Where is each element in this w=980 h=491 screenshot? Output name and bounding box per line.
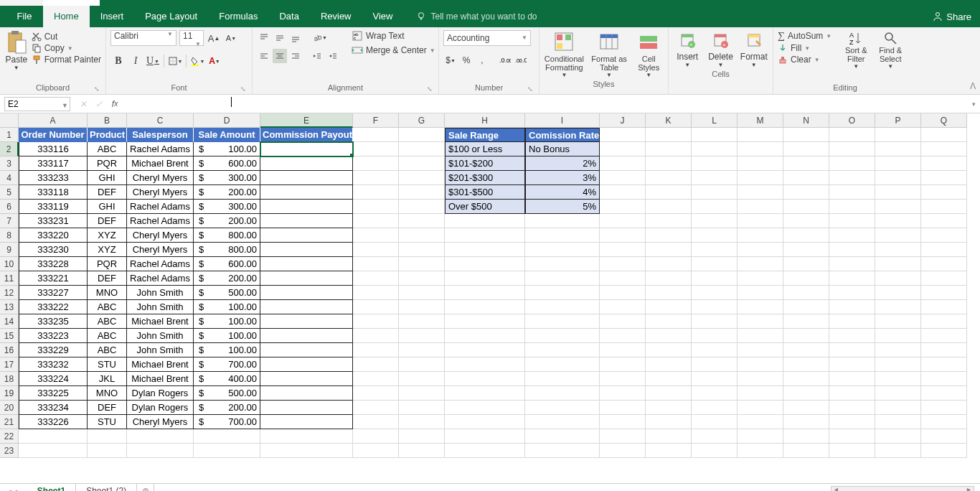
cell[interactable]: $800.00 xyxy=(194,228,260,243)
cell[interactable]: 3% xyxy=(525,171,600,185)
cell[interactable]: 333226 xyxy=(19,415,88,429)
cell[interactable] xyxy=(260,314,353,329)
cell[interactable] xyxy=(646,314,692,329)
align-center-button[interactable] xyxy=(273,49,287,63)
align-top-button[interactable] xyxy=(257,30,271,45)
cell[interactable] xyxy=(783,415,829,429)
cell[interactable] xyxy=(692,372,738,386)
cell[interactable]: Rachel Adams xyxy=(127,257,194,271)
cell[interactable]: $201-$300 xyxy=(445,171,525,185)
cell[interactable] xyxy=(445,214,525,228)
cell[interactable] xyxy=(921,243,967,257)
col-header-L[interactable]: L xyxy=(692,113,738,128)
cell[interactable]: $600.00 xyxy=(194,156,260,171)
cell[interactable] xyxy=(445,444,525,458)
cell[interactable]: STU xyxy=(88,357,127,372)
cell[interactable] xyxy=(646,286,692,300)
cell[interactable] xyxy=(525,343,600,357)
tell-me[interactable]: Tell me what you want to do xyxy=(416,11,537,22)
cell[interactable] xyxy=(445,228,525,243)
cell[interactable] xyxy=(692,444,738,458)
cell[interactable] xyxy=(260,257,353,271)
cell[interactable] xyxy=(353,386,399,401)
cell[interactable] xyxy=(875,271,921,286)
cell[interactable] xyxy=(399,257,445,271)
cell[interactable] xyxy=(692,300,738,314)
cell[interactable] xyxy=(260,156,353,171)
cell[interactable] xyxy=(829,257,875,271)
cancel-button[interactable]: ✕ xyxy=(77,98,89,110)
cell[interactable] xyxy=(921,156,967,171)
cell[interactable] xyxy=(399,386,445,401)
cell[interactable] xyxy=(692,228,738,243)
cell[interactable] xyxy=(260,415,353,429)
cell[interactable] xyxy=(353,444,399,458)
cell[interactable] xyxy=(921,372,967,386)
row-header-5[interactable]: 5 xyxy=(0,185,19,200)
cell[interactable]: Sale Range xyxy=(445,128,525,142)
align-middle-button[interactable] xyxy=(273,30,287,45)
cell[interactable] xyxy=(875,286,921,300)
cell[interactable] xyxy=(19,429,88,444)
cell[interactable] xyxy=(19,444,88,458)
cell[interactable]: 333118 xyxy=(19,185,88,200)
cell[interactable] xyxy=(525,314,600,329)
name-box[interactable]: E2▼ xyxy=(4,97,70,111)
cell[interactable] xyxy=(353,329,399,343)
cell[interactable] xyxy=(783,128,829,142)
cell[interactable] xyxy=(875,372,921,386)
cell[interactable] xyxy=(445,372,525,386)
cell[interactable] xyxy=(646,372,692,386)
cell[interactable] xyxy=(738,329,783,343)
cell[interactable] xyxy=(600,200,646,214)
cell[interactable]: 2% xyxy=(525,156,600,171)
cell[interactable] xyxy=(875,300,921,314)
indent-dec-button[interactable] xyxy=(310,49,324,63)
cell[interactable] xyxy=(600,444,646,458)
cell[interactable] xyxy=(399,228,445,243)
cell[interactable]: JKL xyxy=(88,372,127,386)
font-name-select[interactable]: Calibri▼ xyxy=(110,30,176,46)
cell[interactable]: 333221 xyxy=(19,271,88,286)
cell[interactable] xyxy=(783,214,829,228)
cell[interactable]: ABC xyxy=(88,314,127,329)
cell[interactable] xyxy=(399,185,445,200)
cell[interactable]: Order Number xyxy=(19,128,88,142)
row-header-4[interactable]: 4 xyxy=(0,171,19,185)
cell[interactable] xyxy=(445,415,525,429)
cell[interactable] xyxy=(875,343,921,357)
cell[interactable] xyxy=(646,200,692,214)
bold-button[interactable]: B xyxy=(110,53,126,69)
row-header-16[interactable]: 16 xyxy=(0,343,19,357)
row-header-22[interactable]: 22 xyxy=(0,429,19,444)
cell[interactable] xyxy=(738,372,783,386)
cell[interactable] xyxy=(738,314,783,329)
cell[interactable] xyxy=(738,228,783,243)
accounting-button[interactable]: $▼ xyxy=(443,53,458,67)
cell[interactable] xyxy=(783,286,829,300)
cell[interactable]: Michael Brent xyxy=(127,314,194,329)
cell[interactable]: 333220 xyxy=(19,228,88,243)
cell[interactable] xyxy=(829,314,875,329)
cell[interactable] xyxy=(600,257,646,271)
cell[interactable] xyxy=(692,329,738,343)
cell[interactable] xyxy=(260,243,353,257)
cell[interactable] xyxy=(875,228,921,243)
cell[interactable]: 333223 xyxy=(19,329,88,343)
cell[interactable]: ABC xyxy=(88,300,127,314)
cell[interactable] xyxy=(445,357,525,372)
cell[interactable] xyxy=(600,329,646,343)
cell[interactable] xyxy=(445,401,525,415)
cell[interactable] xyxy=(692,286,738,300)
cell[interactable] xyxy=(399,415,445,429)
cell[interactable] xyxy=(353,243,399,257)
cell[interactable] xyxy=(445,314,525,329)
cell[interactable] xyxy=(353,314,399,329)
insert-button[interactable]: +Insert▼ xyxy=(673,30,702,68)
collapse-ribbon-button[interactable]: ᐱ xyxy=(970,81,976,91)
cell[interactable]: $100.00 xyxy=(194,343,260,357)
cell[interactable] xyxy=(921,401,967,415)
cell[interactable]: $200.00 xyxy=(194,185,260,200)
cell[interactable] xyxy=(875,429,921,444)
copy-button[interactable]: Copy ▼ xyxy=(32,43,101,53)
